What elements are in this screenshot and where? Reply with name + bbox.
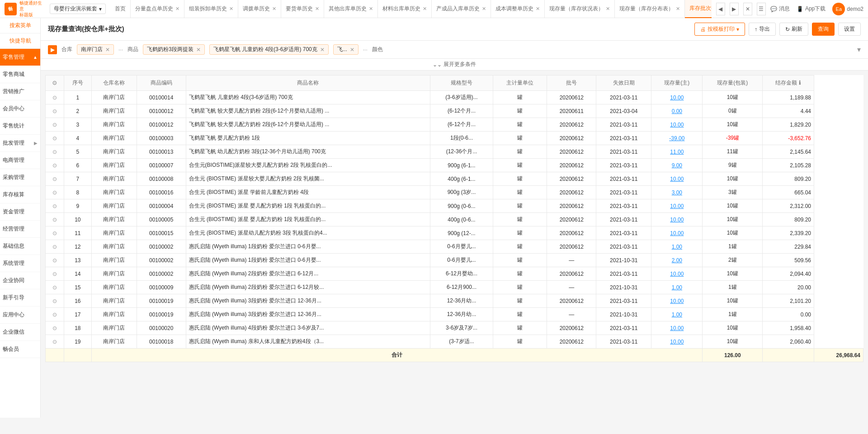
tab-chan_cheng[interactable]: 产成品入库单历史✕ [432,0,491,18]
product-tag-1-close-icon[interactable]: ✕ [196,47,201,53]
row-settings-icon[interactable]: ⊙ [52,203,57,209]
filter-expand-arrow[interactable]: ▶ [48,45,57,54]
row-settings-icon[interactable]: ⊙ [52,244,57,250]
refresh-button[interactable]: ↻ 刷新 [779,23,808,36]
export-button[interactable]: ↑ 导出 [749,23,776,36]
row-settings-icon[interactable]: ⊙ [52,311,57,318]
cell-stock_main[interactable]: 2.00 [651,254,703,267]
tab-close-button[interactable]: ✕ [743,3,752,15]
sidebar-item-dian_shang[interactable]: 电商管理 [0,152,40,169]
warehouse-tag-close-icon[interactable]: ✕ [105,47,110,53]
cell-stock_main[interactable]: 1.00 [651,308,703,321]
expand-more-button[interactable]: ⌄⌄ 展开更多条件 [433,61,476,68]
cell-stock_main[interactable]: 0.00 [651,104,703,118]
row-settings-icon[interactable]: ⊙ [52,230,57,236]
product-tag-2[interactable]: 飞鹤星飞帆 儿童奶粉 4段(3-6岁适用) 700克 ✕ [209,44,329,55]
row-settings-icon[interactable]: ⊙ [52,271,57,277]
tab-ku_cun_pi_ci[interactable]: 库存批次账✕ [685,0,712,18]
row-settings-icon[interactable]: ⊙ [52,176,57,182]
sidebar-item-qi_ye_wei[interactable]: 企业微信 [0,324,40,341]
cell-stock_main[interactable]: -39.00 [651,132,703,145]
tab-close-cai_liao[interactable]: ✕ [423,6,427,12]
tab-cheng_ben[interactable]: 成本调整单历史✕ [491,0,545,18]
tab-zu_zhuang[interactable]: 组装拆卸单历史✕ [184,0,238,18]
col-header-settings[interactable]: ⚙ [46,75,64,91]
sidebar-item-ling_shou_shang[interactable]: 零售商城 [0,66,40,83]
sidebar-item-ling_shou_tong[interactable]: 零售统计 [0,118,40,135]
tab-close-zu_zhuang[interactable]: ✕ [229,6,233,12]
tab-next-button[interactable]: ▶ [730,3,739,15]
sidebar-item-ying_yong[interactable]: 应用中心 [0,307,40,324]
tab-cai_liao[interactable]: 材料出库单历史✕ [378,0,432,18]
sidebar-item-ku_cun[interactable]: 库存核算 [0,186,40,203]
product-more-icon[interactable]: ··· [363,47,368,53]
tab-close-tiao_bo[interactable]: ✕ [272,6,276,12]
cell-stock_main[interactable]: 10.00 [651,335,703,349]
cell-stock_main[interactable]: 3.00 [651,186,703,199]
tab-yao_huo[interactable]: 要货单历史✕ [281,0,324,18]
tab-prev-button[interactable]: ◀ [716,3,725,15]
column-settings-icon[interactable]: ⚙ [52,80,57,86]
print-button[interactable]: 🖨 按模板打印 ▾ [694,23,745,36]
tab-home[interactable]: 首页 [110,0,131,18]
cell-stock_main[interactable]: 1.00 [651,281,703,294]
warehouse-tag-1[interactable]: 南岸门店 ✕ [77,44,114,55]
row-settings-icon[interactable]: ⊙ [52,284,57,291]
sidebar-search[interactable]: 搜索英单 [0,18,40,33]
sidebar-item-ji_chu[interactable]: 基础信息 [0,238,40,255]
sidebar-item-ling_shou[interactable]: 零售管理▲ [0,49,40,66]
settings-button[interactable]: 设置 [838,23,861,36]
cell-stock_main[interactable]: 10.00 [651,321,703,335]
sidebar-item-ying_xiao[interactable]: 营销推广 [0,83,40,100]
tab-tiao_bo[interactable]: 调拨单历史✕ [238,0,281,18]
sidebar-item-qi_ye[interactable]: 企业协同 [0,272,40,289]
row-settings-icon[interactable]: ⊙ [52,108,57,114]
sidebar-item-xi_tong[interactable]: 系统管理 [0,255,40,272]
product-tag-3-close-icon[interactable]: ✕ [350,47,354,53]
cell-stock_main[interactable]: 10.00 [651,294,703,308]
sidebar-item-xin_shou[interactable]: 新手引导 [0,289,40,307]
sidebar-item-hui_yuan[interactable]: 会员中心 [0,100,40,118]
row-settings-icon[interactable]: ⊙ [52,135,57,142]
cell-stock_main[interactable]: 10.00 [651,267,703,281]
cell-stock_main[interactable]: 11.00 [651,145,703,159]
cell-stock_main[interactable]: 1.00 [651,240,703,254]
tab-close-xian_cun2[interactable]: ✕ [676,6,680,12]
product-tag-3[interactable]: 飞... ✕ [333,44,359,55]
row-settings-icon[interactable]: ⊙ [52,122,57,128]
tab-xian_cun2[interactable]: 现存量（库存分布表）✕ [615,0,685,18]
sidebar-item-cai_gou[interactable]: 采购管理 [0,169,40,186]
app-download-button[interactable]: 📱 App下载 [797,5,826,13]
row-settings-icon[interactable]: ⊙ [52,257,57,264]
sidebar-item-pi_fa[interactable]: 批发管理▶ [0,135,40,152]
tab-close-yao_huo[interactable]: ✕ [315,6,319,12]
cell-stock_main[interactable]: 10.00 [651,118,703,132]
filter-clear-icon[interactable]: ▾ [857,45,861,54]
tab-close-cheng_ben[interactable]: ✕ [536,6,540,12]
sidebar-quick-nav[interactable]: 快捷导航 [0,33,40,49]
tab-close-chan_cheng[interactable]: ✕ [482,6,486,12]
tab-close-qi_ta[interactable]: ✕ [369,6,373,12]
row-settings-icon[interactable]: ⊙ [52,149,57,155]
tab-close-xian_cun1[interactable]: ✕ [606,6,610,12]
sidebar-item-jing_ying[interactable]: 经营管理 [0,221,40,238]
tab-menu-button[interactable]: ☰ [757,3,766,15]
row-settings-icon[interactable]: ⊙ [52,298,57,304]
product-tag-1[interactable]: 飞鹤奶粉3段两提装 ✕ [143,44,205,55]
tab-qi_ta[interactable]: 其他出库单历史✕ [324,0,378,18]
query-button[interactable]: 查询 [812,23,835,36]
row-settings-icon[interactable]: ⊙ [52,189,57,196]
messages-button[interactable]: 💬 消息 [770,5,790,13]
row-settings-icon[interactable]: ⊙ [52,162,57,169]
row-settings-icon[interactable]: ⊙ [52,94,57,101]
tab-fen_cang[interactable]: 分量盘点单历史✕ [131,0,184,18]
row-settings-icon[interactable]: ⊙ [52,217,57,223]
cell-stock_main[interactable]: 10.00 [651,213,703,226]
cell-stock_main[interactable]: 10.00 [651,91,703,104]
product-tag-2-close-icon[interactable]: ✕ [320,47,325,53]
row-settings-icon[interactable]: ⊙ [52,325,57,331]
cell-stock_main[interactable]: 10.00 [651,172,703,186]
cell-stock_main[interactable]: 9.00 [651,159,703,172]
warehouse-more-icon[interactable]: ··· [118,47,123,53]
cell-stock_main[interactable]: 10.00 [651,226,703,240]
